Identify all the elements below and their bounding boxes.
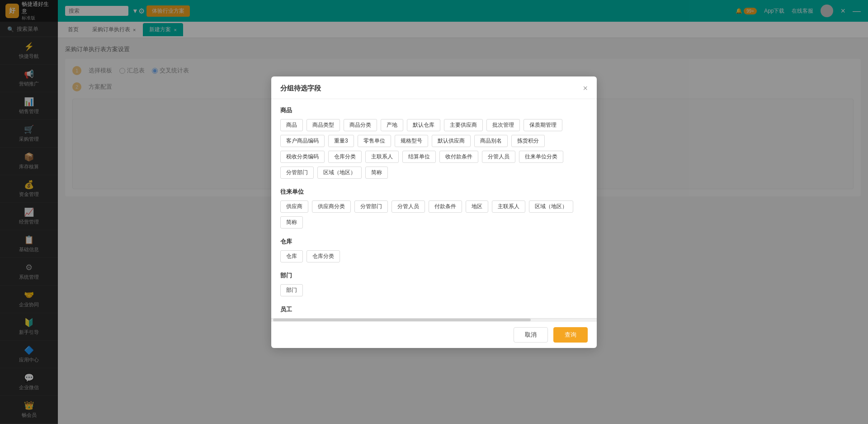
field-tag-部门[interactable]: 部门: [280, 284, 303, 296]
section-warehouse-title: 仓库: [280, 238, 588, 246]
field-tag-商品分类[interactable]: 商品分类: [344, 119, 377, 131]
field-tag-税收分类编码[interactable]: 税收分类编码: [280, 151, 325, 163]
section-warehouse: 仓库 仓库仓库分类: [280, 238, 588, 262]
field-tag-商品类型[interactable]: 商品类型: [307, 119, 340, 131]
field-tag-规格型号[interactable]: 规格型号: [395, 135, 428, 147]
modal-footer: 取消 查询: [271, 321, 597, 348]
confirm-button[interactable]: 查询: [553, 327, 588, 343]
field-tag-重量3[interactable]: 重量3: [328, 135, 354, 147]
field-tag-简称[interactable]: 简称: [280, 216, 303, 229]
field-tag-零售单位[interactable]: 零售单位: [358, 135, 391, 147]
field-tag-仓库[interactable]: 仓库: [280, 250, 303, 262]
field-tag-仓库分类[interactable]: 仓库分类: [307, 250, 340, 262]
field-tag-主联系人[interactable]: 主联系人: [365, 151, 399, 163]
field-tag-分管人员[interactable]: 分管人员: [482, 151, 515, 163]
field-tag-供应商分类[interactable]: 供应商分类: [312, 200, 351, 213]
modal-close-icon[interactable]: ×: [583, 84, 588, 93]
field-tag-地区[interactable]: 地区: [466, 200, 488, 213]
field-tag-往来单位分类[interactable]: 往来单位分类: [519, 151, 563, 163]
department-fields: 部门: [280, 284, 588, 296]
field-tag-收付款条件[interactable]: 收付款条件: [439, 151, 478, 163]
modal-hscrollbar[interactable]: [271, 318, 597, 321]
section-partner: 往来单位 供应商供应商分类分管部门分管人员付款条件地区主联系人区域（地区）简称: [280, 188, 588, 229]
field-tag-区域（地区）[interactable]: 区域（地区）: [529, 200, 573, 213]
modal-header: 分组待选字段 ×: [271, 76, 597, 99]
field-tag-简称[interactable]: 简称: [365, 167, 388, 179]
section-department-title: 部门: [280, 272, 588, 280]
field-tag-付款条件[interactable]: 付款条件: [429, 200, 462, 213]
section-product: 商品 商品商品类型商品分类产地默认仓库主要供应商批次管理保质期管理客户商品编码重…: [280, 106, 588, 179]
field-tag-结算单位[interactable]: 结算单位: [402, 151, 436, 163]
field-tag-分管人员[interactable]: 分管人员: [392, 200, 425, 213]
modal-title: 分组待选字段: [280, 84, 321, 93]
warehouse-fields: 仓库仓库分类: [280, 250, 588, 262]
field-tag-供应商[interactable]: 供应商: [280, 200, 308, 213]
modal-body: 商品 商品商品类型商品分类产地默认仓库主要供应商批次管理保质期管理客户商品编码重…: [271, 99, 597, 318]
section-department: 部门 部门: [280, 272, 588, 296]
field-tag-客户商品编码[interactable]: 客户商品编码: [280, 135, 325, 147]
field-tag-主要供应商[interactable]: 主要供应商: [444, 119, 483, 131]
field-tag-分管部门[interactable]: 分管部门: [280, 167, 314, 179]
field-tag-默认供应商[interactable]: 默认供应商: [432, 135, 471, 147]
cancel-button[interactable]: 取消: [514, 327, 548, 343]
field-tag-主联系人[interactable]: 主联系人: [492, 200, 525, 213]
section-employee: 员工 业务员: [280, 305, 588, 318]
section-employee-title: 员工: [280, 305, 588, 314]
section-partner-title: 往来单位: [280, 188, 588, 196]
field-tag-产地[interactable]: 产地: [381, 119, 403, 131]
modal-overlay: 分组待选字段 × 商品 商品商品类型商品分类产地默认仓库主要供应商批次管理保质期…: [0, 0, 868, 424]
field-tag-默认仓库[interactable]: 默认仓库: [407, 119, 440, 131]
section-product-title: 商品: [280, 106, 588, 114]
field-tag-区域（地区）[interactable]: 区域（地区）: [317, 167, 362, 179]
field-tag-拣货积分[interactable]: 拣货积分: [511, 135, 545, 147]
field-tag-商品别名[interactable]: 商品别名: [474, 135, 508, 147]
modal: 分组待选字段 × 商品 商品商品类型商品分类产地默认仓库主要供应商批次管理保质期…: [271, 76, 597, 348]
field-tag-保质期管理[interactable]: 保质期管理: [524, 119, 562, 131]
field-tag-仓库分类[interactable]: 仓库分类: [328, 151, 362, 163]
field-tag-批次管理[interactable]: 批次管理: [486, 119, 520, 131]
partner-fields: 供应商供应商分类分管部门分管人员付款条件地区主联系人区域（地区）简称: [280, 200, 588, 229]
field-tag-商品[interactable]: 商品: [280, 119, 303, 131]
product-fields: 商品商品类型商品分类产地默认仓库主要供应商批次管理保质期管理客户商品编码重量3零…: [280, 119, 588, 179]
field-tag-分管部门[interactable]: 分管部门: [354, 200, 388, 213]
